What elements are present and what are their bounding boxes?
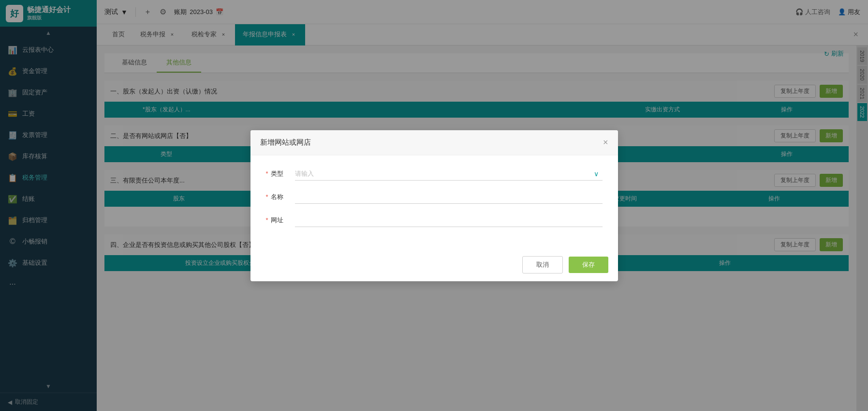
modal-close-btn[interactable]: × <box>603 138 608 147</box>
modal-body: * 类型 ∨ * 名称 <box>250 155 618 248</box>
save-btn[interactable]: 保存 <box>569 257 608 273</box>
cancel-btn[interactable]: 取消 <box>522 256 563 274</box>
url-label: * 网址 <box>266 216 295 225</box>
name-input[interactable] <box>295 190 603 204</box>
type-input[interactable] <box>295 167 603 181</box>
required-star3: * <box>266 216 268 224</box>
form-row-name: * 名称 <box>266 190 603 204</box>
url-input-wrapper <box>295 213 603 227</box>
add-website-modal: 新增网站或网店 × * 类型 ∨ * 名称 <box>250 130 618 281</box>
modal-footer: 取消 保存 <box>250 248 618 281</box>
required-star2: * <box>266 193 268 200</box>
name-label: * 名称 <box>266 193 295 201</box>
modal-header: 新增网站或网店 × <box>250 130 618 155</box>
url-input[interactable] <box>295 213 603 227</box>
type-label: * 类型 <box>266 169 295 178</box>
form-row-url: * 网址 <box>266 213 603 227</box>
name-input-wrapper <box>295 190 603 204</box>
modal-title: 新增网站或网店 <box>260 138 311 147</box>
required-star: * <box>266 170 268 177</box>
type-input-wrapper: ∨ <box>295 167 603 181</box>
modal-overlay: 新增网站或网店 × * 类型 ∨ * 名称 <box>0 0 868 411</box>
form-row-type: * 类型 ∨ <box>266 167 603 181</box>
